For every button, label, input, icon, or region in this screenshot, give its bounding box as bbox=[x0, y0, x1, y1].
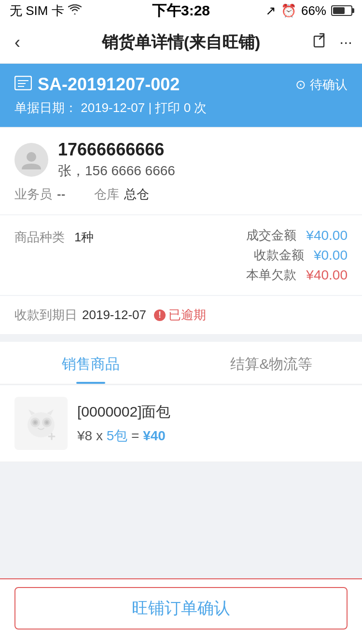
qty-text: 5包 bbox=[107, 428, 128, 443]
order-header: SA-20191207-002 ⊙ 待确认 单据日期： 2019-12-07 |… bbox=[0, 64, 362, 127]
received-amount-label: 收款金额 bbox=[254, 247, 304, 264]
order-status: ⊙ 待确认 bbox=[295, 76, 348, 93]
overdue-badge: ! 已逾期 bbox=[154, 307, 206, 323]
status-bar: 无 SIM 卡 下午3:28 ↗ ⏰ 66% bbox=[0, 0, 362, 21]
print-unit-text: 次 bbox=[194, 100, 207, 115]
order-id: SA-20191207-002 bbox=[14, 74, 180, 95]
print-count-value: 0 bbox=[184, 100, 191, 115]
status-clock-icon: ⊙ bbox=[295, 77, 306, 92]
order-id-text: SA-20191207-002 bbox=[38, 74, 180, 95]
salesperson-value: -- bbox=[57, 187, 65, 202]
tabs: 销售商品 结算&物流等 bbox=[0, 342, 362, 384]
date-label: 单据日期： bbox=[14, 100, 77, 115]
location-icon: ↗ bbox=[265, 3, 276, 18]
carrier-text: 无 SIM 卡 bbox=[10, 2, 64, 19]
customer-card: 17666666666 张，156 6666 6666 业务员 -- 仓库 总仓 bbox=[0, 128, 362, 214]
svg-point-5 bbox=[27, 152, 36, 162]
due-date-label: 收款到期日 bbox=[14, 307, 77, 323]
share-button[interactable] bbox=[313, 32, 330, 53]
price-text: ¥8 x bbox=[77, 428, 107, 443]
svg-rect-0 bbox=[314, 36, 324, 47]
battery-icon bbox=[331, 5, 352, 16]
order-date-line: 单据日期： 2019-12-07 | 打印 0 次 bbox=[14, 99, 348, 116]
category-value: 1种 bbox=[74, 229, 94, 246]
order-date: 2019-12-07 bbox=[81, 100, 145, 115]
bottom-bar: 旺铺订单确认 bbox=[0, 578, 362, 644]
product-price: ¥8 x 5包 = ¥40 bbox=[77, 427, 348, 445]
svg-point-11 bbox=[34, 421, 37, 424]
total-text: ¥40 bbox=[143, 428, 166, 443]
alarm-icon: ⏰ bbox=[281, 3, 296, 18]
warehouse-value: 总仓 bbox=[124, 186, 149, 203]
status-right: ↗ ⏰ 66% bbox=[265, 3, 352, 18]
salesperson-field: 业务员 -- bbox=[14, 186, 65, 203]
battery-text: 66% bbox=[301, 3, 326, 18]
tab-settlement[interactable]: 结算&物流等 bbox=[181, 342, 362, 384]
product-thumbnail bbox=[14, 397, 68, 450]
due-date-card: 收款到期日 2019-12-07 ! 已逾期 bbox=[0, 296, 362, 334]
salesperson-label: 业务员 bbox=[14, 186, 52, 203]
tab-products[interactable]: 销售商品 bbox=[0, 342, 181, 384]
svg-point-12 bbox=[45, 421, 48, 424]
page-title: 销货单详情(来自旺铺) bbox=[102, 31, 261, 54]
overdue-icon: ! bbox=[154, 309, 166, 321]
status-text: 待确认 bbox=[310, 76, 348, 93]
product-info: [0000002]面包 ¥8 x 5包 = ¥40 bbox=[77, 402, 348, 445]
customer-name: 张，156 6666 6666 bbox=[58, 162, 175, 180]
confirm-order-button[interactable]: 旺铺订单确认 bbox=[14, 587, 348, 630]
wifi-icon bbox=[68, 3, 82, 18]
customer-info: 17666666666 张，156 6666 6666 bbox=[58, 140, 175, 180]
more-button[interactable]: ··· bbox=[339, 33, 352, 51]
owed-amount-label: 本单欠款 bbox=[246, 266, 296, 283]
summary-left: 商品种类 1种 bbox=[14, 227, 246, 246]
owed-amount-row: 本单欠款 ¥40.00 bbox=[246, 266, 348, 283]
print-separator: | bbox=[148, 100, 155, 115]
deal-amount-value: ¥40.00 bbox=[306, 228, 348, 243]
overdue-text: 已逾期 bbox=[168, 307, 206, 323]
customer-top: 17666666666 张，156 6666 6666 bbox=[14, 140, 348, 180]
status-time: 下午3:28 bbox=[152, 1, 210, 21]
due-date-value: 2019-12-07 bbox=[82, 308, 146, 322]
table-row: [0000002]面包 ¥8 x 5包 = ¥40 bbox=[0, 385, 362, 462]
print-label: 打印 bbox=[155, 100, 180, 115]
deal-amount-row: 成交金额 ¥40.00 bbox=[246, 227, 348, 244]
summary-card: 商品种类 1种 成交金额 ¥40.00 收款金额 ¥0.00 本单欠款 ¥40.… bbox=[0, 215, 362, 295]
bottom-spacer bbox=[0, 462, 362, 539]
eq-text: = bbox=[127, 428, 143, 443]
warehouse-field: 仓库 总仓 bbox=[94, 186, 149, 203]
status-carrier: 无 SIM 卡 bbox=[10, 2, 82, 19]
order-icon bbox=[14, 74, 32, 95]
summary-right: 成交金额 ¥40.00 收款金额 ¥0.00 本单欠款 ¥40.00 bbox=[246, 227, 348, 283]
product-name: [0000002]面包 bbox=[77, 402, 348, 422]
tab-products-label: 销售商品 bbox=[62, 356, 120, 372]
customer-phone: 17666666666 bbox=[58, 140, 175, 160]
deal-amount-label: 成交金额 bbox=[246, 227, 296, 244]
avatar bbox=[14, 143, 48, 177]
customer-meta: 业务员 -- 仓库 总仓 bbox=[14, 186, 348, 203]
tab-settlement-label: 结算&物流等 bbox=[230, 356, 312, 372]
nav-actions: ··· bbox=[313, 32, 352, 53]
back-button[interactable]: ‹ bbox=[10, 28, 25, 57]
received-amount-value: ¥0.00 bbox=[314, 248, 348, 263]
nav-bar: ‹ 销货单详情(来自旺铺) ··· bbox=[0, 21, 362, 64]
product-list: [0000002]面包 ¥8 x 5包 = ¥40 bbox=[0, 385, 362, 462]
category-label: 商品种类 bbox=[14, 229, 65, 246]
owed-amount-value: ¥40.00 bbox=[306, 267, 348, 283]
warehouse-label: 仓库 bbox=[94, 186, 119, 203]
received-amount-row: 收款金额 ¥0.00 bbox=[254, 247, 348, 264]
